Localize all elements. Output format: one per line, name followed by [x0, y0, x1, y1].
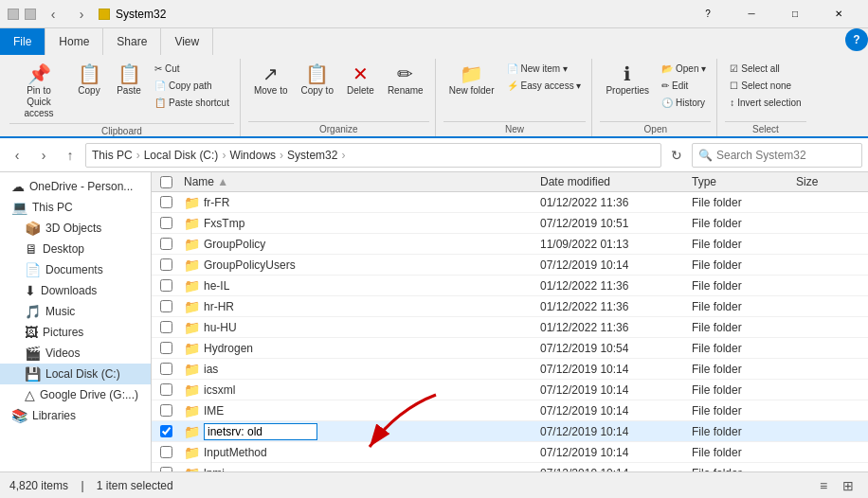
row-check-7[interactable] — [152, 342, 180, 354]
sidebar-item-local-disk[interactable]: 💾Local Disk (C:) — [0, 364, 151, 384]
details-view-button[interactable]: ≡ — [813, 475, 834, 496]
row-type-1: File folder — [688, 217, 792, 230]
table-row[interactable]: 📁he-IL 01/12/2022 11:36 File folder — [152, 276, 868, 296]
new-item-button[interactable]: 📄 New item ▾ — [502, 61, 587, 77]
cut-button[interactable]: ✂ Cut — [150, 61, 234, 77]
row-check-10[interactable] — [152, 404, 180, 417]
sidebar-item-pictures[interactable]: 🖼Pictures — [0, 322, 151, 343]
easy-access-button[interactable]: ⚡ Easy access ▾ — [502, 78, 587, 94]
breadcrumb-windows[interactable]: Windows — [229, 149, 276, 162]
table-row[interactable]: 📁lpmi 07/12/2019 10:14 File folder — [152, 463, 868, 471]
sidebar-item-documents[interactable]: 📄Documents — [0, 259, 151, 280]
row-check-3[interactable] — [152, 258, 180, 271]
delete-button[interactable]: ✕ Delete — [341, 61, 380, 100]
forward-button[interactable]: › — [32, 144, 55, 167]
row-check-5[interactable] — [152, 300, 180, 312]
table-row[interactable]: 📁 07/12/2019 10:14 File folder — [152, 421, 868, 442]
help-window-btn[interactable]: ? — [686, 0, 730, 28]
table-row[interactable]: 📁hr-HR 01/12/2022 11:36 File folder — [152, 296, 868, 317]
tab-view[interactable]: View — [161, 28, 213, 55]
sidebar-item-desktop[interactable]: 🖥Desktop — [0, 239, 151, 259]
sidebar-item-libraries[interactable]: 📚Libraries — [0, 405, 151, 426]
row-check-12[interactable] — [152, 446, 180, 458]
select-none-button[interactable]: ☐ Select none — [725, 78, 805, 94]
pin-to-quick-access-button[interactable]: 📌 Pin to Quick access — [9, 61, 68, 123]
table-row[interactable]: 📁FxsTmp 07/12/2019 10:51 File folder — [152, 213, 868, 234]
row-modified-10: 07/12/2019 10:14 — [536, 404, 688, 418]
row-check-2[interactable] — [152, 238, 180, 250]
row-type-11: File folder — [688, 425, 792, 438]
minimize-button[interactable]: ─ — [730, 0, 773, 28]
title-forward-button[interactable]: › — [70, 3, 93, 26]
breadcrumb-local-disk[interactable]: Local Disk (C:) — [144, 149, 219, 162]
row-check-9[interactable] — [152, 383, 180, 396]
select-all-button[interactable]: ☑ Select all — [725, 61, 805, 77]
properties-button[interactable]: ℹ Properties — [600, 61, 655, 100]
title-back-button[interactable]: ‹ — [42, 3, 64, 26]
header-type[interactable]: Type — [688, 175, 792, 188]
delete-icon: ✕ — [353, 64, 369, 83]
open-small-col: 📂 Open ▾ ✏ Edit 🕒 History — [657, 61, 711, 111]
sidebar-item-this-pc[interactable]: 💻This PC — [0, 197, 151, 218]
row-check-6[interactable] — [152, 321, 180, 333]
status-bar: 4,820 items | 1 item selected ≡ ⊞ — [0, 471, 868, 498]
table-row[interactable]: 📁GroupPolicy 11/09/2022 01:13 File folde… — [152, 234, 868, 255]
breadcrumb-this-pc[interactable]: This PC — [92, 149, 133, 162]
copy-path-button[interactable]: 📄 Copy path — [150, 78, 234, 94]
help-button[interactable]: ? — [845, 28, 868, 51]
select-all-checkbox[interactable] — [160, 176, 172, 188]
large-icons-view-button[interactable]: ⊞ — [838, 475, 859, 496]
sidebar-item-downloads[interactable]: ⬇Downloads — [0, 280, 151, 301]
history-button[interactable]: 🕒 History — [657, 95, 711, 111]
copy-button[interactable]: 📋 Copy — [70, 61, 108, 100]
maximize-button[interactable]: □ — [773, 0, 817, 28]
row-check-1[interactable] — [152, 217, 180, 229]
row-check-8[interactable] — [152, 363, 180, 375]
tab-home[interactable]: Home — [45, 28, 103, 55]
rename-input-11[interactable] — [204, 423, 317, 440]
up-button[interactable]: ↑ — [59, 144, 81, 167]
row-name-8: 📁ias — [180, 362, 536, 377]
row-check-0[interactable] — [152, 196, 180, 208]
tab-file[interactable]: File — [0, 28, 45, 55]
table-row[interactable]: 📁InputMethod 07/12/2019 10:14 File folde… — [152, 442, 868, 463]
sidebar-item-onedrive[interactable]: ☁OneDrive - Person... — [0, 176, 151, 197]
edit-button[interactable]: ✏ Edit — [657, 78, 711, 94]
table-row[interactable]: 📁hu-HU 01/12/2022 11:36 File folder — [152, 317, 868, 338]
header-size[interactable]: Size — [792, 175, 868, 188]
invert-icon: ↕ — [730, 98, 734, 108]
breadcrumb-system32[interactable]: System32 — [287, 149, 337, 162]
header-name[interactable]: Name ▲ — [180, 175, 536, 188]
table-row[interactable]: 📁icsxml 07/12/2019 10:14 File folder — [152, 380, 868, 400]
sidebar-item-videos[interactable]: 🎬Videos — [0, 343, 151, 364]
header-modified[interactable]: Date modified — [536, 175, 688, 188]
paste-shortcut-button[interactable]: 📋 Paste shortcut — [150, 95, 234, 111]
row-check-13[interactable] — [152, 467, 180, 471]
search-input[interactable] — [716, 149, 859, 162]
table-row[interactable]: 📁ias 07/12/2019 10:14 File folder — [152, 359, 868, 380]
table-row[interactable]: 📁GroupPolicyUsers 07/12/2019 10:14 File … — [152, 255, 868, 276]
open-button[interactable]: 📂 Open ▾ — [657, 61, 711, 77]
row-check-4[interactable] — [152, 279, 180, 292]
invert-selection-button[interactable]: ↕ Invert selection — [725, 95, 805, 111]
paste-button[interactable]: 📋 Paste — [110, 61, 148, 100]
header-check[interactable] — [152, 175, 180, 188]
search-box[interactable]: 🔍 — [692, 143, 862, 168]
copy-to-button[interactable]: 📋 Copy to — [296, 61, 339, 100]
breadcrumb[interactable]: This PC › Local Disk (C:) › Windows › Sy… — [85, 143, 661, 168]
refresh-button[interactable]: ↻ — [665, 144, 688, 167]
sidebar-item-google-drive[interactable]: △Google Drive (G:...) — [0, 384, 151, 405]
close-button[interactable]: ✕ — [817, 0, 860, 28]
history-label: History — [676, 98, 705, 108]
tab-share[interactable]: Share — [103, 28, 161, 55]
move-to-button[interactable]: ↗ Move to — [248, 61, 294, 100]
table-row[interactable]: 📁fr-FR 01/12/2022 11:36 File folder — [152, 192, 868, 213]
sidebar-item-3d-objects[interactable]: 📦3D Objects — [0, 218, 151, 239]
row-check-11[interactable] — [152, 425, 180, 437]
back-button[interactable]: ‹ — [6, 144, 28, 167]
new-folder-button[interactable]: 📁 New folder — [443, 61, 500, 100]
rename-button[interactable]: ✏ Rename — [382, 61, 429, 100]
table-row[interactable]: 📁IME 07/12/2019 10:14 File folder — [152, 400, 868, 421]
sidebar-item-music[interactable]: 🎵Music — [0, 301, 151, 322]
table-row[interactable]: 📁Hydrogen 07/12/2019 10:54 File folder — [152, 338, 868, 359]
